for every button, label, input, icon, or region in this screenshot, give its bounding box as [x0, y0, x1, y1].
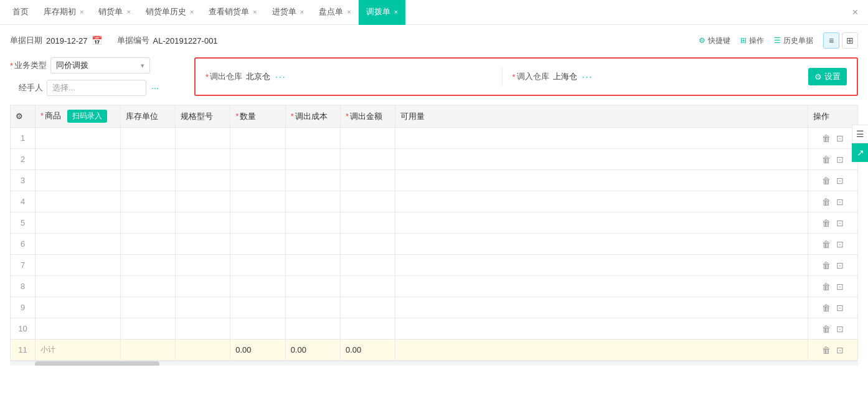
spec-cell[interactable] — [175, 149, 230, 170]
in-warehouse-more-icon[interactable]: ··· — [582, 72, 593, 82]
available-cell[interactable] — [395, 318, 808, 340]
qty-cell[interactable] — [230, 212, 285, 234]
copy-row-icon[interactable]: ⊡ — [836, 133, 844, 143]
qty-cell[interactable] — [230, 149, 285, 170]
out-warehouse-more-icon[interactable]: ··· — [275, 72, 286, 82]
amount-cell[interactable] — [340, 191, 395, 212]
tab-item-2[interactable]: 销货单× — [91, 0, 138, 25]
tab-close-5[interactable]: × — [300, 8, 304, 16]
spec-cell[interactable] — [175, 276, 230, 297]
close-window-icon[interactable]: × — [847, 7, 863, 18]
delete-row-icon[interactable]: 🗑 — [822, 239, 831, 249]
tab-item-3[interactable]: 销货单历史× — [138, 0, 201, 25]
product-cell[interactable] — [35, 276, 121, 297]
unit-cell[interactable] — [120, 149, 175, 170]
cost-cell[interactable] — [285, 170, 340, 191]
available-cell[interactable] — [395, 255, 808, 276]
unit-cell[interactable] — [120, 318, 175, 340]
cost-cell[interactable] — [285, 297, 340, 318]
product-cell[interactable] — [35, 234, 121, 255]
amount-cell[interactable] — [340, 318, 395, 340]
spec-cell[interactable] — [175, 297, 230, 318]
delete-row-icon[interactable]: 🗑 — [822, 176, 831, 186]
tab-close-7[interactable]: × — [394, 8, 398, 16]
delete-row-icon[interactable]: 🗑 — [822, 303, 831, 313]
product-cell[interactable] — [35, 170, 121, 191]
spec-cell[interactable] — [175, 234, 230, 255]
business-type-select[interactable]: 同价调拨 ▾ — [50, 57, 150, 74]
qty-cell[interactable] — [230, 234, 285, 255]
available-cell[interactable] — [395, 212, 808, 234]
tab-close-2[interactable]: × — [126, 8, 130, 16]
list-view-btn[interactable]: ≡ — [823, 32, 839, 49]
product-cell[interactable] — [35, 128, 121, 149]
settings-button[interactable]: ⚙ 设置 — [808, 68, 847, 85]
amount-cell[interactable] — [340, 255, 395, 276]
delete-row-icon[interactable]: 🗑 — [822, 282, 831, 292]
cost-cell[interactable] — [285, 276, 340, 297]
shortcut-action[interactable]: ⚙ 快捷键 — [699, 36, 730, 46]
spec-cell[interactable] — [175, 128, 230, 149]
product-cell[interactable] — [35, 149, 121, 170]
scrollbar[interactable] — [10, 361, 858, 366]
scan-button[interactable]: 扫码录入 — [67, 110, 107, 123]
unit-cell[interactable] — [120, 255, 175, 276]
copy-row-icon[interactable]: ⊡ — [836, 282, 844, 292]
operation-action[interactable]: ⊞ 操作 — [740, 36, 764, 46]
delete-icon[interactable]: 🗑 — [822, 345, 831, 355]
handler-input[interactable]: 选择... — [47, 80, 146, 96]
qty-cell[interactable] — [230, 318, 285, 340]
unit-cell[interactable] — [120, 191, 175, 212]
product-cell[interactable] — [35, 255, 121, 276]
tab-close-3[interactable]: × — [190, 8, 194, 16]
tab-close-4[interactable]: × — [253, 8, 257, 16]
available-cell[interactable] — [395, 234, 808, 255]
unit-cell[interactable] — [120, 234, 175, 255]
amount-cell[interactable] — [340, 212, 395, 234]
cost-cell[interactable] — [285, 212, 340, 234]
available-cell[interactable] — [395, 276, 808, 297]
qty-cell[interactable] — [230, 276, 285, 297]
amount-cell[interactable] — [340, 276, 395, 297]
cost-cell[interactable] — [285, 318, 340, 340]
spec-cell[interactable] — [175, 191, 230, 212]
available-cell[interactable] — [395, 297, 808, 318]
calendar-icon[interactable]: 📅 — [92, 36, 102, 45]
cost-cell[interactable] — [285, 255, 340, 276]
th-gear[interactable]: ⚙ — [11, 105, 35, 128]
available-cell[interactable] — [395, 149, 808, 170]
qty-cell[interactable] — [230, 170, 285, 191]
grid-view-btn[interactable]: ⊞ — [842, 32, 858, 49]
tab-item-0[interactable]: 首页 — [5, 0, 36, 25]
qty-cell[interactable] — [230, 128, 285, 149]
spec-cell[interactable] — [175, 212, 230, 234]
unit-cell[interactable] — [120, 170, 175, 191]
copy-row-icon[interactable]: ⊡ — [836, 239, 844, 249]
copy-row-icon[interactable]: ⊡ — [836, 303, 844, 313]
qty-cell[interactable] — [230, 297, 285, 318]
unit-cell[interactable] — [120, 297, 175, 318]
tab-item-4[interactable]: 查看销货单× — [201, 0, 264, 25]
cost-cell[interactable] — [285, 234, 340, 255]
product-cell[interactable] — [35, 191, 121, 212]
delete-row-icon[interactable]: 🗑 — [822, 197, 831, 207]
product-cell[interactable] — [35, 318, 121, 340]
delete-row-icon[interactable]: 🗑 — [822, 133, 831, 143]
qty-cell[interactable] — [230, 255, 285, 276]
spec-cell[interactable] — [175, 318, 230, 340]
available-cell[interactable] — [395, 128, 808, 149]
product-cell[interactable] — [35, 212, 121, 234]
delete-row-icon[interactable]: 🗑 — [822, 155, 831, 164]
amount-cell[interactable] — [340, 170, 395, 191]
cost-cell[interactable] — [285, 191, 340, 212]
amount-cell[interactable] — [340, 149, 395, 170]
copy-row-icon[interactable]: ⊡ — [836, 218, 844, 228]
amount-cell[interactable] — [340, 234, 395, 255]
tab-item-6[interactable]: 盘点单× — [311, 0, 358, 25]
copy-row-icon[interactable]: ⊡ — [836, 197, 844, 207]
cost-cell[interactable] — [285, 149, 340, 170]
handler-more-icon[interactable]: ··· — [151, 83, 159, 93]
unit-cell[interactable] — [120, 212, 175, 234]
delete-row-icon[interactable]: 🗑 — [822, 218, 831, 228]
copy-row-icon[interactable]: ⊡ — [836, 260, 844, 270]
